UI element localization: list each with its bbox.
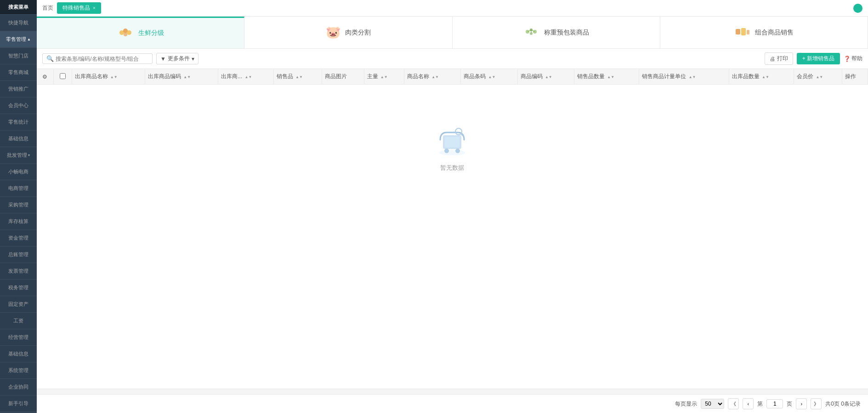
col-out-qty[interactable]: 出库品数量 ▲▼ — [729, 69, 794, 85]
sidebar-item-label: 库存核算 — [8, 218, 28, 225]
filter-icon: ▼ — [160, 56, 166, 62]
cat-tab-weight-prepack[interactable]: 称重预包装商品 — [453, 17, 660, 48]
col-label: 销售品 — [277, 73, 293, 80]
sidebar-item-smart-store[interactable]: 智慧门店 — [0, 48, 37, 64]
new-item-label: + 新增销售品 — [802, 55, 834, 63]
col-main-weight[interactable]: 主量 ▲▼ — [364, 69, 404, 85]
user-avatar[interactable] — [853, 4, 862, 13]
col-sales-qty[interactable]: 销售品数量 ▲▼ — [574, 69, 639, 85]
col-member-price[interactable]: 会员价 ▲▼ — [794, 69, 842, 85]
sidebar-item-purchase-mgmt[interactable]: 采购管理 — [0, 197, 37, 213]
chevron-down-icon: ▾ — [28, 153, 30, 157]
sidebar-item-mini-ecom[interactable]: 小畅电商 — [0, 164, 37, 180]
next-page-button[interactable]: › — [796, 398, 807, 409]
sort-arrows-icon: ▲▼ — [545, 75, 552, 79]
sidebar-item-inventory[interactable]: 库存核算 — [0, 213, 37, 230]
search-input[interactable] — [56, 56, 148, 62]
cat-tab-label: 组合商品销售 — [755, 29, 794, 37]
cat-tab-combo-sales[interactable]: 组合商品销售 — [660, 17, 868, 48]
col-gear[interactable]: ⚙ — [37, 69, 53, 85]
sidebar-item-wholesale-mgmt[interactable]: 批发管理 ▾ — [0, 147, 37, 164]
help-button[interactable]: ❓ 帮助 — [844, 55, 862, 63]
sidebar-item-label: 小畅电商 — [8, 168, 28, 175]
sidebar-item-retail-mall[interactable]: 零售商城 — [0, 64, 37, 81]
page-suffix: 页 — [787, 400, 792, 408]
filter-button[interactable]: ▼ 更多条件 ▾ — [156, 53, 199, 64]
sidebar-item-capital-mgmt[interactable]: 资金管理 — [0, 230, 37, 247]
sort-arrows-icon: ▲▼ — [380, 75, 388, 79]
col-label: 销售商品计量单位 — [642, 73, 686, 80]
col-out-code[interactable]: 出库商品编码 ▲▼ — [145, 69, 218, 85]
close-tab-icon[interactable]: × — [93, 6, 96, 11]
sort-arrows-icon: ▲▼ — [607, 75, 614, 79]
sort-arrows-icon: ▲▼ — [431, 75, 439, 79]
sidebar-item-label: 工资 — [13, 317, 23, 324]
horizontal-scrollbar[interactable] — [37, 389, 868, 394]
sidebar-item-retail-mgmt[interactable]: 零售管理 ▲ — [0, 31, 37, 48]
svg-rect-12 — [741, 28, 746, 35]
sidebar-item-ops-mgmt[interactable]: 经营管理 — [0, 329, 37, 346]
fresh-grade-icon — [117, 26, 134, 40]
sidebar-item-invoice-mgmt[interactable]: 发票管理 — [0, 263, 37, 280]
active-tab-label: 特殊销售品 — [62, 4, 90, 12]
sidebar-item-label: 电商管理 — [8, 185, 28, 192]
col-label: 出库商品名称 — [75, 73, 108, 80]
sort-arrows-icon: ▲▼ — [689, 75, 696, 79]
col-out-name[interactable]: 出库商品名称 ▲▼ — [72, 69, 145, 85]
active-tab[interactable]: 特殊销售品 × — [57, 2, 101, 14]
svg-point-17 — [444, 149, 449, 153]
sidebar-logo: 搜索菜单 — [0, 0, 37, 15]
col-product-code[interactable]: 商品编码 ▲▼ — [517, 69, 574, 85]
col-checkbox[interactable] — [53, 69, 72, 85]
empty-illustration — [434, 121, 471, 158]
combo-sales-icon — [734, 25, 750, 40]
new-item-button[interactable]: + 新增销售品 — [797, 53, 840, 64]
search-box[interactable]: 🔍 — [42, 53, 153, 64]
page-number-input[interactable] — [766, 399, 783, 408]
svg-point-3 — [124, 33, 127, 36]
sidebar-item-tax-mgmt[interactable]: 税务管理 — [0, 280, 37, 296]
prev-page-button[interactable]: ‹ — [743, 398, 754, 409]
last-page-button[interactable]: 》 — [811, 398, 822, 409]
sidebar-item-basic-info2[interactable]: 基础信息 — [0, 346, 37, 362]
sidebar-item-label: 企业协同 — [8, 384, 28, 390]
svg-point-14 — [439, 150, 465, 155]
main-content: 首页 特殊销售品 × 生鲜分级 🐷 肉类分割 — [37, 0, 868, 413]
home-link[interactable]: 首页 — [42, 4, 53, 12]
col-action: 操作 — [842, 69, 868, 85]
sidebar-item-label: 会员中心 — [8, 102, 28, 109]
col-sales-item[interactable]: 销售品 ▲▼ — [273, 69, 322, 85]
sidebar-item-label: 固定资产 — [8, 301, 28, 308]
sidebar-item-sys-mgmt[interactable]: 系统管理 — [0, 362, 37, 379]
sidebar-item-quick-nav[interactable]: 快捷导航 — [0, 15, 37, 31]
first-page-button[interactable]: 《 — [728, 398, 739, 409]
total-label: 共0页 0条记录 — [825, 400, 861, 408]
cat-tab-meat-cut[interactable]: 🐷 肉类分割 — [244, 17, 452, 48]
sidebar-item-marketing[interactable]: 营销推广 — [0, 81, 37, 98]
sidebar-item-member-center[interactable]: 会员中心 — [0, 98, 37, 114]
sidebar-item-retail-stats[interactable]: 零售统计 — [0, 114, 37, 131]
print-button[interactable]: 🖨 打印 — [765, 52, 793, 65]
cat-tab-fresh-grade[interactable]: 生鲜分级 — [37, 17, 244, 48]
sidebar-item-general-ledger[interactable]: 总账管理 — [0, 247, 37, 263]
sidebar-item-label: 总账管理 — [8, 251, 28, 258]
sidebar-item-label: 批发管理 — [7, 152, 27, 159]
col-barcode[interactable]: 商品条码 ▲▼ — [461, 69, 517, 85]
meat-cut-icon: 🐷 — [326, 25, 340, 40]
col-sales-unit[interactable]: 销售商品计量单位 ▲▼ — [639, 69, 729, 85]
per-page-select[interactable]: 10 20 50 100 — [701, 399, 724, 409]
sidebar-item-basic-info[interactable]: 基础信息 — [0, 131, 37, 147]
sort-arrows-icon: ▲▼ — [488, 75, 496, 79]
col-out-spec[interactable]: 出库商... ▲▼ — [218, 69, 273, 85]
sidebar-item-fixed-assets[interactable]: 固定资产 — [0, 296, 37, 313]
sidebar-item-enterprise-coop[interactable]: 企业协同 — [0, 379, 37, 396]
sidebar-item-new-guide[interactable]: 新手引导 — [0, 396, 37, 412]
col-product-img[interactable]: 商品图片 — [322, 69, 364, 85]
col-label: 商品编码 — [521, 73, 543, 80]
sidebar-item-ecom-mgmt[interactable]: 电商管理 — [0, 180, 37, 197]
select-all-checkbox[interactable] — [60, 73, 66, 79]
sidebar-item-salary[interactable]: 工资 — [0, 313, 37, 329]
sidebar-item-label: 基础信息 — [8, 350, 28, 357]
col-product-name[interactable]: 商品名称 ▲▼ — [404, 69, 460, 85]
col-label: 商品图片 — [325, 73, 347, 80]
